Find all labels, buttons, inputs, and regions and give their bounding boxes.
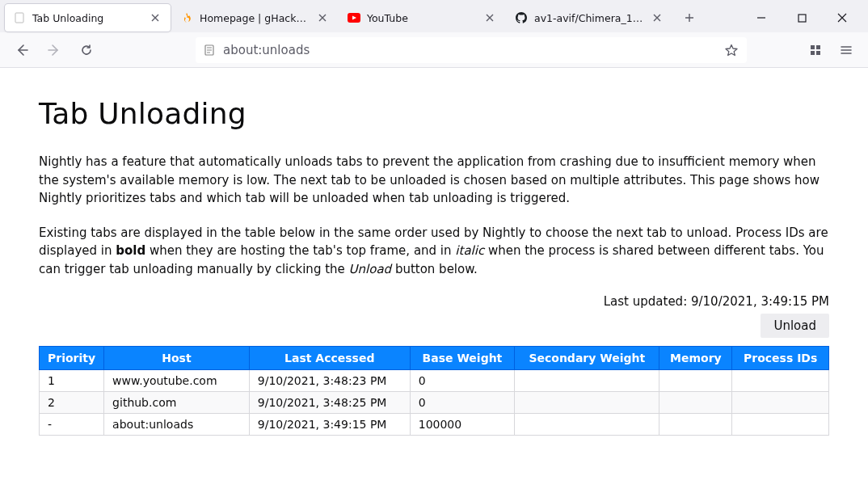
th-host: Host <box>104 347 250 370</box>
th-base-weight: Base Weight <box>410 347 514 370</box>
close-icon[interactable] <box>482 11 497 25</box>
toolbar: about:unloads <box>0 32 868 68</box>
cell-priority: - <box>40 414 104 436</box>
maximize-button[interactable] <box>784 6 820 30</box>
reload-button[interactable] <box>74 38 99 62</box>
cell-last: 9/10/2021, 3:49:15 PM <box>249 414 410 436</box>
github-icon <box>515 11 528 24</box>
cell-last: 9/10/2021, 3:48:23 PM <box>249 370 410 392</box>
cell-sec <box>515 392 659 414</box>
new-tab-button[interactable] <box>677 6 702 30</box>
table-row: 1www.youtube.com9/10/2021, 3:48:23 PM0 <box>40 370 829 392</box>
cell-host: about:unloads <box>104 414 250 436</box>
tab-strip: Tab Unloading Homepage | gHacks Technolo… <box>0 0 868 32</box>
th-priority: Priority <box>40 347 104 370</box>
page-content: Tab Unloading Nightly has a feature that… <box>0 68 868 493</box>
cell-pid <box>732 414 829 436</box>
cell-mem <box>659 392 732 414</box>
unload-button[interactable]: Unload <box>761 314 829 338</box>
table-header-row: Priority Host Last Accessed Base Weight … <box>40 347 829 370</box>
tab-unloading[interactable]: Tab Unloading <box>5 4 171 32</box>
cell-mem <box>659 414 732 436</box>
cell-host: www.youtube.com <box>104 370 250 392</box>
url-text: about:unloads <box>223 43 716 57</box>
fire-icon <box>180 11 193 24</box>
cell-priority: 1 <box>40 370 104 392</box>
tab-priority-table: Priority Host Last Accessed Base Weight … <box>39 346 829 436</box>
close-icon[interactable] <box>315 11 330 25</box>
table-row: -about:unloads9/10/2021, 3:49:15 PM10000… <box>40 414 829 436</box>
last-updated: Last updated: 9/10/2021, 3:49:15 PM <box>604 294 829 309</box>
tab-ghacks[interactable]: Homepage | gHacks Technology <box>172 4 338 32</box>
tab-label: av1-avif/Chimera_10bit_cropped <box>534 12 643 24</box>
cell-base: 0 <box>410 370 514 392</box>
cell-priority: 2 <box>40 392 104 414</box>
forward-button[interactable] <box>42 38 66 62</box>
url-bar[interactable]: about:unloads <box>196 37 747 63</box>
cell-mem <box>659 370 732 392</box>
intro-paragraph-2: Existing tabs are displayed in the table… <box>39 224 829 279</box>
minimize-button[interactable] <box>744 6 779 30</box>
page-title: Tab Unloading <box>39 97 829 130</box>
th-secondary-weight: Secondary Weight <box>515 347 659 370</box>
bookmark-star-icon[interactable] <box>723 41 740 59</box>
cell-base: 0 <box>410 392 514 414</box>
apps-icon[interactable] <box>803 38 828 62</box>
page-identity-icon[interactable] <box>202 43 217 57</box>
blank-page-icon <box>13 11 26 24</box>
youtube-icon <box>348 11 360 24</box>
tab-youtube[interactable]: YouTube <box>339 4 505 32</box>
tab-label: Tab Unloading <box>32 12 141 24</box>
close-icon[interactable] <box>148 11 162 25</box>
tab-label: YouTube <box>367 12 476 24</box>
tab-label: Homepage | gHacks Technology <box>200 12 309 24</box>
cell-pid <box>732 370 829 392</box>
cell-sec <box>515 414 659 436</box>
menu-button[interactable] <box>834 38 858 62</box>
cell-last: 9/10/2021, 3:48:25 PM <box>249 392 410 414</box>
tab-github[interactable]: av1-avif/Chimera_10bit_cropped <box>507 4 672 32</box>
svg-rect-7 <box>816 51 820 55</box>
th-process-ids: Process IDs <box>732 347 829 370</box>
cell-host: github.com <box>104 392 250 414</box>
svg-rect-2 <box>798 15 806 22</box>
close-icon[interactable] <box>650 11 664 25</box>
intro-paragraph-1: Nightly has a feature that automatically… <box>39 153 829 208</box>
cell-base: 100000 <box>410 414 514 436</box>
svg-rect-0 <box>15 13 23 23</box>
table-row: 2github.com9/10/2021, 3:48:25 PM0 <box>40 392 829 414</box>
window-controls <box>744 6 863 30</box>
back-button[interactable] <box>10 38 34 62</box>
close-window-button[interactable] <box>824 6 860 30</box>
svg-rect-4 <box>811 45 815 49</box>
cell-sec <box>515 370 659 392</box>
cell-pid <box>732 392 829 414</box>
th-memory: Memory <box>659 347 732 370</box>
svg-rect-5 <box>816 45 820 49</box>
th-last-accessed: Last Accessed <box>249 347 410 370</box>
svg-rect-6 <box>811 51 815 55</box>
